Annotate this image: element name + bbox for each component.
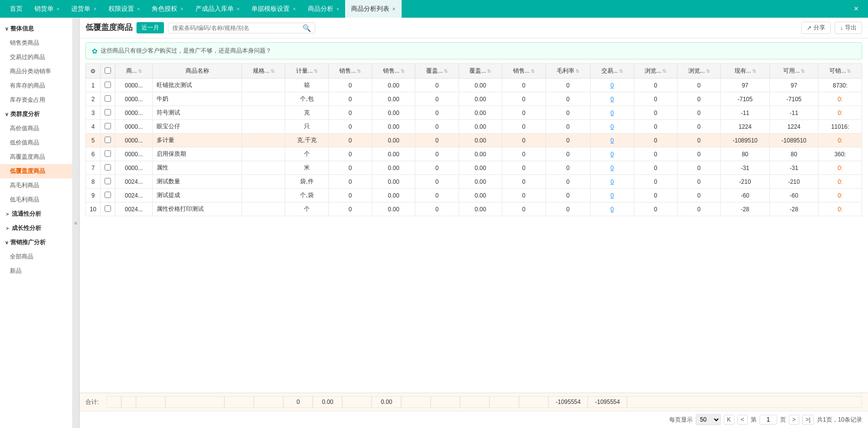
nav-permissions[interactable]: 权限设置 × (103, 0, 146, 18)
col-checkbox[interactable] (101, 64, 115, 79)
export-button[interactable]: ↓ 导出 (835, 22, 862, 34)
cell-s7[interactable]: 0 (591, 120, 634, 134)
row-checkbox[interactable] (105, 205, 111, 212)
cell-checkbox[interactable] (101, 175, 115, 189)
row-checkbox[interactable] (105, 109, 111, 115)
footer-s10: -1095554 (548, 396, 588, 408)
cell-checkbox[interactable] (101, 106, 115, 120)
cell-s7[interactable]: 0 (591, 161, 634, 175)
next-page-button[interactable]: > (789, 415, 799, 425)
col-gear[interactable]: ⚙ (86, 64, 101, 79)
nav-template[interactable]: 单据模板设置 × (245, 0, 301, 18)
cell-checkbox[interactable] (101, 92, 115, 106)
nav-sales[interactable]: 销货单 × (28, 0, 65, 18)
nav-product-analysis[interactable]: 商品分析 × (302, 0, 345, 18)
cell-s7[interactable]: 0 (591, 134, 634, 147)
page-number-input[interactable] (760, 415, 777, 425)
prev-page-button[interactable]: < (737, 415, 748, 425)
cell-s7[interactable]: 0 (591, 92, 634, 106)
sidebar-group-circulation[interactable]: ＞ 流通性分析 (0, 207, 72, 221)
browse-link[interactable]: 0 (611, 151, 614, 158)
row-checkbox[interactable] (105, 137, 111, 143)
sidebar-item-category-rate[interactable]: 商品分类动销率 (0, 64, 72, 79)
sidebar-collapse-button[interactable]: « (73, 18, 80, 428)
row-checkbox[interactable] (105, 82, 111, 88)
cell-checkbox[interactable] (101, 202, 115, 216)
sidebar-item-new-products[interactable]: 新品 (0, 264, 72, 278)
browse-link[interactable]: 0 (611, 178, 614, 185)
close-icon[interactable]: × (93, 6, 96, 12)
cell-name: 牛奶 (153, 92, 242, 106)
select-all-checkbox[interactable] (105, 67, 111, 74)
search-input[interactable] (172, 25, 302, 31)
sidebar-item-low-margin[interactable]: 低毛利商品 (0, 193, 72, 207)
sidebar-item-stocked-products[interactable]: 有库存的商品 (0, 79, 72, 93)
close-icon[interactable]: × (237, 6, 240, 12)
cell-s7[interactable]: 0 (591, 79, 634, 92)
search-icon[interactable]: 🔍 (302, 24, 311, 32)
sidebar-group-growth[interactable]: ＞ 成长性分析 (0, 221, 72, 235)
nav-product-analysis-list[interactable]: 商品分析列表 × (345, 0, 401, 18)
gear-icon[interactable]: ⚙ (90, 68, 96, 75)
sidebar-item-all-products[interactable]: 全部商品 (0, 250, 72, 264)
close-icon[interactable]: × (392, 6, 395, 12)
nav-purchase[interactable]: 进货单 × (65, 0, 102, 18)
sidebar-group-cluster[interactable]: ∨ 类群度分析 (0, 107, 72, 121)
close-icon[interactable]: × (137, 6, 140, 12)
browse-link[interactable]: 0 (611, 165, 614, 171)
sidebar-group-overall[interactable]: ∨ 整体信息 (0, 22, 72, 36)
row-checkbox[interactable] (105, 164, 111, 171)
browse-link[interactable]: 0 (611, 110, 614, 116)
cell-checkbox[interactable] (101, 189, 115, 202)
row-checkbox[interactable] (105, 95, 111, 102)
page-size-select[interactable]: 50 100 200 (696, 414, 721, 425)
nav-product-entry[interactable]: 产成品入库单 × (190, 0, 245, 18)
row-checkbox[interactable] (105, 192, 111, 198)
cell-checkbox[interactable] (101, 79, 115, 92)
cell-checkbox[interactable] (101, 120, 115, 134)
nav-home[interactable]: 首页 (4, 0, 28, 18)
cell-s10: -11 (721, 106, 770, 120)
sidebar-item-sales-products[interactable]: 销售类商品 (0, 36, 72, 50)
sidebar-item-high-value[interactable]: 高价值商品 (0, 121, 72, 136)
cell-unit: 克,千克 (285, 134, 328, 147)
cell-s6: 0 (545, 92, 591, 106)
table-wrapper[interactable]: ⚙ 商...⇅ 商品名称 规格...⇅ 计量...⇅ 销售...⇅ 销售...⇅… (80, 63, 868, 393)
cell-s10: 1224 (721, 120, 770, 134)
sidebar-group-marketing[interactable]: ∨ 营销推广分析 (0, 235, 72, 250)
last-page-button[interactable]: >| (802, 415, 814, 425)
cell-checkbox[interactable] (101, 147, 115, 161)
window-close-button[interactable]: × (848, 1, 864, 17)
cell-s7[interactable]: 0 (591, 106, 634, 120)
sidebar-item-high-margin[interactable]: 高毛利商品 (0, 178, 72, 193)
row-checkbox[interactable] (105, 150, 111, 157)
cell-s7[interactable]: 0 (591, 175, 634, 189)
share-button[interactable]: ↗ 分享 (801, 22, 831, 34)
sidebar-item-inventory-capital[interactable]: 库存资金占用 (0, 93, 72, 107)
close-icon[interactable]: × (336, 6, 339, 12)
row-checkbox[interactable] (105, 178, 111, 184)
cell-checkbox[interactable] (101, 161, 115, 175)
sidebar-item-low-coverage[interactable]: 低覆盖度商品 (0, 164, 72, 178)
cell-s7[interactable]: 0 (591, 202, 634, 216)
nav-role[interactable]: 角色授权 × (146, 0, 189, 18)
close-icon[interactable]: × (180, 6, 183, 12)
browse-link[interactable]: 0 (611, 206, 614, 213)
close-icon[interactable]: × (56, 6, 59, 12)
cell-s7[interactable]: 0 (591, 189, 634, 202)
cell-s7[interactable]: 0 (591, 147, 634, 161)
browse-link[interactable]: 0 (611, 192, 614, 199)
cell-checkbox[interactable] (101, 134, 115, 147)
period-button[interactable]: 近一月 (136, 22, 164, 33)
row-checkbox[interactable] (105, 123, 111, 129)
cell-s5: 0 (502, 120, 545, 134)
sidebar-item-low-value[interactable]: 低价值商品 (0, 136, 72, 150)
browse-link[interactable]: 0 (611, 82, 614, 89)
close-icon[interactable]: × (293, 6, 296, 12)
browse-link[interactable]: 0 (611, 96, 614, 103)
browse-link[interactable]: 0 (611, 137, 614, 144)
browse-link[interactable]: 0 (611, 123, 614, 130)
first-page-button[interactable]: K (724, 415, 734, 425)
sidebar-item-high-coverage[interactable]: 高覆盖度商品 (0, 150, 72, 164)
sidebar-item-traded-products[interactable]: 交易过的商品 (0, 50, 72, 64)
